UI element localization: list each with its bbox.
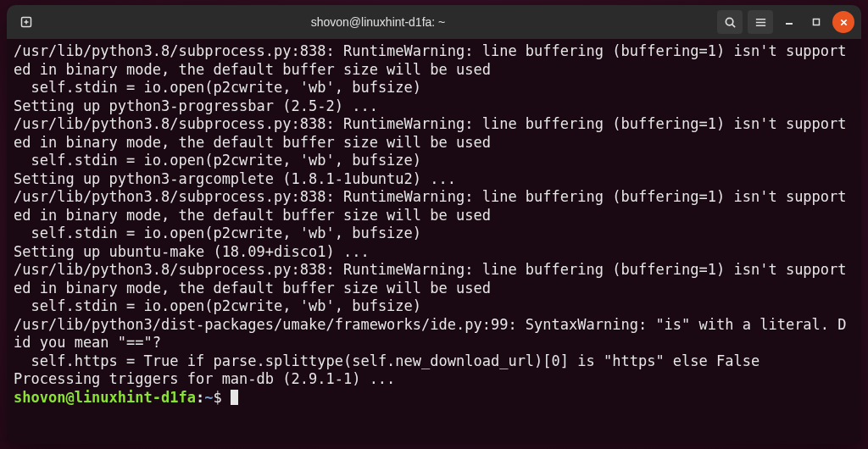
terminal-line: /usr/lib/python3.8/subprocess.py:838: Ru… bbox=[14, 115, 847, 151]
terminal-line: self.stdin = io.open(p2cwrite, 'wb', buf… bbox=[14, 224, 421, 241]
minimize-button[interactable] bbox=[778, 11, 800, 33]
terminal-line: Setting up python3-progressbar (2.5-2) .… bbox=[14, 97, 378, 114]
terminal-line: /usr/lib/python3.8/subprocess.py:838: Ru… bbox=[14, 261, 847, 297]
maximize-icon bbox=[811, 17, 821, 27]
terminal-line: self.stdin = io.open(p2cwrite, 'wb', buf… bbox=[14, 297, 421, 314]
window-title: shovon@linuxhint-d1fa: ~ bbox=[44, 15, 712, 29]
terminal-output[interactable]: /usr/lib/python3.8/subprocess.py:838: Ru… bbox=[7, 39, 861, 444]
svg-rect-9 bbox=[814, 19, 820, 25]
prompt-user-host: shovon@linuxhint-d1fa bbox=[14, 389, 196, 406]
terminal-line: /usr/lib/python3.8/subprocess.py:838: Ru… bbox=[14, 188, 847, 224]
prompt-colon: : bbox=[196, 389, 204, 406]
search-icon bbox=[724, 16, 737, 29]
terminal-line: Setting up ubuntu-make (18.09+disco1) ..… bbox=[14, 243, 370, 260]
new-tab-button[interactable] bbox=[14, 10, 39, 34]
titlebar-right bbox=[717, 10, 854, 34]
titlebar: shovon@linuxhint-d1fa: ~ bbox=[7, 5, 861, 39]
terminal-line: self.stdin = io.open(p2cwrite, 'wb', buf… bbox=[14, 152, 421, 169]
svg-line-4 bbox=[732, 24, 734, 26]
terminal-line: /usr/lib/python3.8/subprocess.py:838: Ru… bbox=[14, 42, 847, 78]
terminal-line: /usr/lib/python3/dist-packages/umake/fra… bbox=[14, 316, 847, 352]
terminal-window: shovon@linuxhint-d1fa: ~ bbox=[7, 5, 861, 444]
prompt-symbol: $ bbox=[213, 389, 221, 406]
terminal-line: self.stdin = io.open(p2cwrite, 'wb', buf… bbox=[14, 79, 421, 96]
close-icon bbox=[839, 18, 849, 27]
titlebar-left bbox=[14, 10, 39, 34]
terminal-line: Setting up python3-argcomplete (1.8.1-1u… bbox=[14, 170, 456, 187]
search-button[interactable] bbox=[717, 10, 743, 34]
maximize-button[interactable] bbox=[805, 11, 827, 33]
close-button[interactable] bbox=[832, 11, 854, 33]
hamburger-icon bbox=[754, 16, 767, 29]
new-tab-icon bbox=[19, 15, 33, 29]
svg-point-3 bbox=[726, 18, 732, 25]
cursor bbox=[231, 390, 238, 405]
minimize-icon bbox=[784, 17, 794, 27]
prompt-path: ~ bbox=[204, 389, 213, 406]
menu-button[interactable] bbox=[748, 10, 773, 34]
terminal-line: Processing triggers for man-db (2.9.1-1)… bbox=[14, 370, 395, 387]
terminal-line: self.https = True if parse.splittype(sel… bbox=[14, 352, 760, 369]
